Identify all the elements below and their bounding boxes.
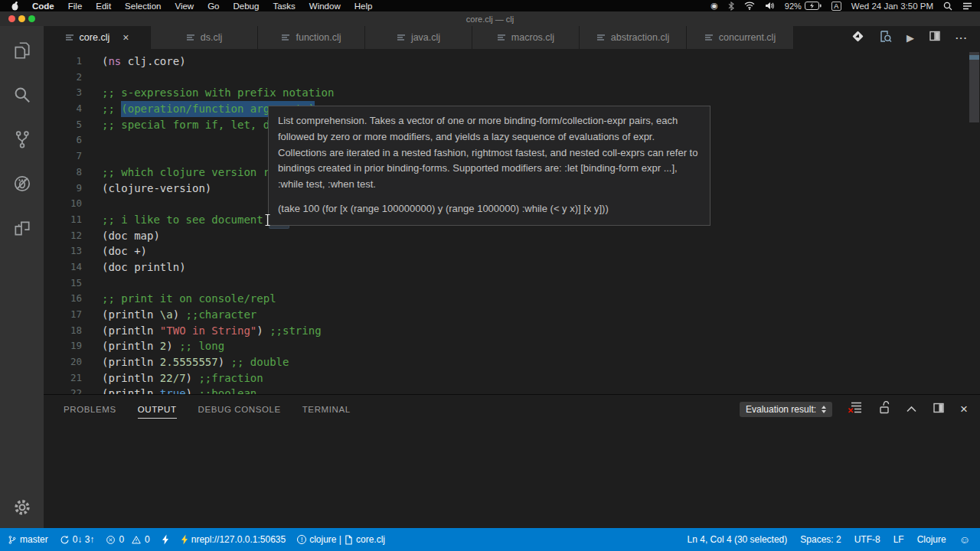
clear-output-icon[interactable] xyxy=(848,401,863,417)
editor-scrollbar[interactable] xyxy=(969,52,979,122)
more-actions-icon[interactable]: ··· xyxy=(956,32,968,44)
tab-abstraction.clj[interactable]: abstraction.clj xyxy=(580,26,687,49)
line-number: 19 xyxy=(44,338,82,354)
explorer-icon[interactable] xyxy=(0,31,44,70)
output-channel-select[interactable]: Evaluation result: xyxy=(740,402,832,417)
tab-ds.clj[interactable]: ds.clj xyxy=(151,26,258,49)
menu-clock[interactable]: Wed 24 Jan 3:50 PM xyxy=(851,2,933,11)
volume-icon[interactable] xyxy=(765,2,775,10)
language-mode-status[interactable]: Clojure xyxy=(917,534,946,545)
clj-file-icon xyxy=(704,33,714,42)
line-number: 13 xyxy=(44,243,82,259)
tab-core.clj[interactable]: core.clj× xyxy=(44,26,151,49)
feedback-smiley-icon[interactable]: ☺ xyxy=(959,533,970,546)
editor-tab-bar: core.clj×ds.cljfunction.cljjava.cljmacro… xyxy=(44,26,980,49)
menu-debug[interactable]: Debug xyxy=(226,2,266,11)
settings-gear-icon[interactable] xyxy=(0,497,44,517)
clojure-repl-status[interactable]: ! clojure | core.clj xyxy=(297,534,385,545)
code-line[interactable]: 22(println true) ;;boolean xyxy=(44,386,980,394)
bluetooth-icon[interactable] xyxy=(728,2,734,11)
code-line[interactable]: 2 xyxy=(44,70,980,86)
code-token: 2 xyxy=(160,338,166,354)
code-line[interactable]: 1(ns clj.core) xyxy=(44,54,980,70)
line-number: 9 xyxy=(44,181,82,197)
code-line[interactable]: 18(println "TWO in String") ;;string xyxy=(44,323,980,339)
code-token: (println xyxy=(102,370,160,386)
close-tab-icon[interactable]: × xyxy=(122,32,129,43)
code-token: (println xyxy=(102,354,160,370)
encoding-status[interactable]: UTF-8 xyxy=(854,534,880,545)
git-branch-status[interactable]: master xyxy=(8,534,48,546)
clj-file-icon xyxy=(65,33,74,42)
menu-edit[interactable]: Edit xyxy=(89,2,118,11)
code-line[interactable]: 13(doc +) xyxy=(44,243,980,259)
screen-record-icon[interactable]: ◉ xyxy=(710,1,718,11)
maximize-panel-icon[interactable] xyxy=(906,403,917,416)
extensions-icon[interactable] xyxy=(0,208,44,248)
battery-status[interactable]: 92% xyxy=(785,2,822,11)
window-title: core.clj — clj xyxy=(466,15,514,24)
zoom-window-button[interactable] xyxy=(28,15,35,22)
code-line[interactable]: 21(println 22/7) ;;fraction xyxy=(44,370,980,386)
line-number: 1 xyxy=(44,54,82,70)
menu-file[interactable]: File xyxy=(61,2,90,11)
panel-tab-debug-console[interactable]: DEBUG CONSOLE xyxy=(188,405,292,414)
apple-menu-icon[interactable] xyxy=(9,2,25,11)
menu-app[interactable]: Code xyxy=(25,2,61,11)
menu-window[interactable]: Window xyxy=(302,2,348,11)
clj-file-icon xyxy=(596,33,606,42)
code-line[interactable]: 19(println 2) ;; long xyxy=(44,338,980,354)
close-window-button[interactable] xyxy=(8,15,15,22)
wifi-icon[interactable] xyxy=(744,2,755,10)
panel-layout-icon[interactable] xyxy=(933,402,945,417)
code-line[interactable]: 20(println 2.5555557) ;; double xyxy=(44,354,980,370)
code-line[interactable]: 15 xyxy=(44,276,980,292)
tab-label: abstraction.clj xyxy=(611,32,669,43)
code-token: ;; xyxy=(102,101,121,117)
tab-function.clj[interactable]: function.clj xyxy=(258,26,365,49)
panel-tab-problems[interactable]: PROBLEMS xyxy=(53,405,127,414)
menu-go[interactable]: Go xyxy=(201,2,226,11)
notification-center-icon[interactable] xyxy=(962,2,972,10)
code-line[interactable]: 12(doc map) xyxy=(44,228,980,244)
panel-tab-terminal[interactable]: TERMINAL xyxy=(292,405,361,414)
menu-selection[interactable]: Selection xyxy=(118,2,168,11)
source-control-icon[interactable] xyxy=(0,119,44,159)
line-number: 21 xyxy=(44,370,82,386)
minimize-window-button[interactable] xyxy=(18,15,25,22)
tab-concurrent.clj[interactable]: concurrent.clj xyxy=(687,26,794,49)
code-line[interactable]: 3;; s-expression with prefix notation xyxy=(44,85,980,101)
code-line[interactable]: 14(doc println) xyxy=(44,259,980,276)
split-editor-icon[interactable] xyxy=(929,30,941,45)
lightning-status[interactable] xyxy=(162,534,169,545)
calva-run-icon[interactable] xyxy=(851,30,864,46)
activity-bar xyxy=(0,26,44,528)
indentation-status[interactable]: Spaces: 2 xyxy=(800,534,841,545)
tab-macros.clj[interactable]: macros.clj xyxy=(472,26,580,49)
menu-help[interactable]: Help xyxy=(348,2,380,11)
nrepl-status[interactable]: nrepl://127.0.0.1:50635 xyxy=(181,534,286,545)
menu-view[interactable]: View xyxy=(168,2,201,11)
code-line[interactable]: 16;; print it on console/repl xyxy=(44,291,980,307)
run-task-icon[interactable]: ▶ xyxy=(906,32,914,44)
git-sync-status[interactable]: 0↓ 3↑ xyxy=(60,534,95,545)
debug-icon[interactable] xyxy=(0,164,44,204)
code-line[interactable]: 17(println \a) ;;character xyxy=(44,307,980,323)
cursor-position-status[interactable]: Ln 4, Col 4 (30 selected) xyxy=(688,534,788,545)
input-source-icon[interactable]: A xyxy=(831,2,841,11)
line-number: 15 xyxy=(44,276,82,292)
info-bang-icon: ! xyxy=(297,535,306,544)
panel-tab-output[interactable]: OUTPUT xyxy=(127,405,188,414)
unlock-scroll-icon[interactable] xyxy=(878,401,890,417)
code-token: ) xyxy=(166,338,179,354)
menu-tasks[interactable]: Tasks xyxy=(266,2,302,11)
search-icon[interactable] xyxy=(0,75,44,115)
code-token: ;; i like to see document xyxy=(102,212,270,228)
open-preview-icon[interactable] xyxy=(879,30,892,46)
tab-label: macros.clj xyxy=(511,32,554,43)
tab-java.clj[interactable]: java.clj xyxy=(365,26,472,49)
close-panel-icon[interactable]: × xyxy=(960,403,968,416)
problems-status[interactable]: 0 0 xyxy=(106,534,149,545)
eol-status[interactable]: LF xyxy=(893,534,904,545)
spotlight-search-icon[interactable] xyxy=(943,2,952,11)
